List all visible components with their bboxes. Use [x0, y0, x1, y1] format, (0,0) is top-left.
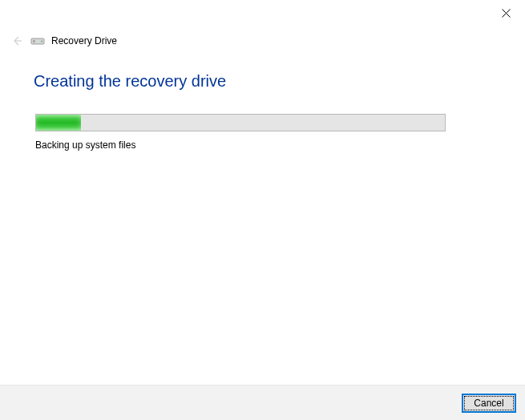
close-button[interactable] [498, 5, 514, 21]
svg-rect-4 [33, 40, 35, 42]
app-title: Recovery Drive [51, 35, 117, 46]
status-text: Backing up system files [35, 139, 446, 151]
progress-bar [35, 114, 446, 131]
footer: Cancel [0, 385, 525, 420]
close-icon [502, 9, 511, 18]
header: Recovery Drive [10, 34, 117, 48]
cancel-button[interactable]: Cancel [462, 394, 515, 412]
progress-fill [36, 115, 81, 131]
page-heading: Creating the recovery drive [34, 72, 226, 91]
drive-icon [30, 36, 45, 46]
progress-section: Backing up system files [35, 114, 446, 151]
back-arrow-icon [11, 35, 22, 46]
svg-point-5 [41, 41, 42, 42]
back-button [10, 34, 24, 48]
